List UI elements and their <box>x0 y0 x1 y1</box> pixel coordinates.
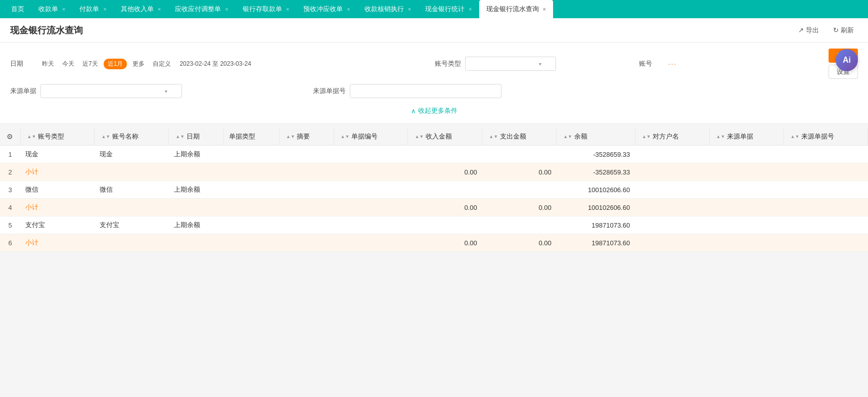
summary-cell <box>279 146 334 163</box>
collapse-bar[interactable]: ∧ 收起更多条件 <box>10 103 858 117</box>
nav-tab-payment[interactable]: 付款单 × <box>72 0 113 18</box>
date-range-display: 2023-02-24 至 2023-03-24 <box>179 60 251 68</box>
sort-icon[interactable]: ▲▼ <box>563 135 572 139</box>
summary-cell <box>279 181 334 199</box>
source-doc-no-cell <box>784 199 868 216</box>
row-number: 1 <box>0 146 20 163</box>
nav-home[interactable]: 首页 <box>4 0 31 18</box>
doc-type-cell <box>223 146 279 163</box>
account-type-cell: 小计 <box>20 234 95 252</box>
nav-tab-adjustment[interactable]: 应收应付调整单 × <box>168 0 235 18</box>
nav-tab-statistics[interactable]: 现金银行统计 × <box>418 0 479 18</box>
date-cell <box>169 199 224 216</box>
date-cell: 上期余额 <box>169 146 224 163</box>
doc-type-cell <box>223 234 279 252</box>
nav-tab-verify[interactable]: 收款核销执行 × <box>357 0 418 18</box>
balance-cell: 100102606.60 <box>557 181 635 199</box>
row-number: 2 <box>0 163 20 181</box>
sort-icon[interactable]: ▲▼ <box>175 135 185 139</box>
col-source-doc-no: ▲▼ 来源单据号 <box>784 128 868 146</box>
sort-icon[interactable]: ▲▼ <box>716 135 725 139</box>
date-opt-more[interactable]: 更多 <box>130 59 147 69</box>
sort-icon[interactable]: ▲▼ <box>489 135 498 139</box>
nav-tab-receipt[interactable]: 收款单 × <box>31 0 72 18</box>
col-expense: ▲▼ 支出金额 <box>482 128 557 146</box>
counterpart-cell <box>635 216 709 234</box>
account-name-cell <box>95 234 169 252</box>
close-icon[interactable]: × <box>543 6 546 12</box>
balance-cell: 19871073.60 <box>557 234 635 252</box>
col-account-name: ▲▼ 账号名称 <box>95 128 169 146</box>
row-number: 4 <box>0 199 20 216</box>
date-opt-custom[interactable]: 自定义 <box>150 59 173 69</box>
expense-cell: 0.00 <box>482 234 557 252</box>
counterpart-cell <box>635 199 709 216</box>
close-icon[interactable]: × <box>286 6 289 12</box>
source-doc-no-cell <box>784 181 868 199</box>
more-dots-button[interactable]: ··· <box>668 60 677 68</box>
source-doc-no-cell <box>784 146 868 163</box>
nav-tab-other-income[interactable]: 其他收入单 × <box>114 0 168 18</box>
table-row: 6小计0.000.0019871073.60 <box>0 234 868 252</box>
date-opt-1month[interactable]: 近1月 <box>104 59 127 69</box>
source-doc-no-cell <box>784 216 868 234</box>
source-doc-select[interactable]: ▾ <box>40 84 182 98</box>
close-icon[interactable]: × <box>347 6 350 12</box>
sort-icon[interactable]: ▲▼ <box>642 135 651 139</box>
close-icon[interactable]: × <box>158 6 161 12</box>
row-number: 6 <box>0 234 20 252</box>
summary-cell <box>279 163 334 181</box>
date-opt-today[interactable]: 今天 <box>60 59 77 69</box>
source-doc-no-cell <box>784 163 868 181</box>
date-opt-7days[interactable]: 近7天 <box>80 59 101 69</box>
col-doc-no: ▲▼ 单据编号 <box>334 128 408 146</box>
income-cell: 0.00 <box>408 234 482 252</box>
income-cell: 0.00 <box>408 163 482 181</box>
refresh-button[interactable]: ↻ 刷新 <box>829 24 858 37</box>
gear-icon[interactable]: ⚙ <box>7 133 13 141</box>
date-opt-yesterday[interactable]: 昨天 <box>39 59 57 69</box>
col-doc-type: 单据类型 <box>223 128 279 146</box>
account-name-cell: 支付宝 <box>95 216 169 234</box>
nav-tab-cashflow[interactable]: 现金银行流水查询 × <box>479 0 553 18</box>
table-row: 2小计0.000.00-3528659.33 <box>0 163 868 181</box>
doc-no-cell <box>334 181 408 199</box>
close-icon[interactable]: × <box>408 6 411 12</box>
chevron-down-icon: ▾ <box>539 61 541 67</box>
col-summary: ▲▼ 摘要 <box>279 128 334 146</box>
sort-icon[interactable]: ▲▼ <box>415 135 424 139</box>
col-source-doc: ▲▼ 来源单据 <box>709 128 784 146</box>
close-icon[interactable]: × <box>469 6 472 12</box>
account-type-select[interactable]: ▾ <box>465 57 556 71</box>
nav-tab-bank-deposit[interactable]: 银行存取款单 × <box>236 0 296 18</box>
nav-tab-prepay[interactable]: 预收冲应收单 × <box>296 0 357 18</box>
source-doc-cell <box>709 181 784 199</box>
account-type-label: 账号类型 <box>435 59 461 68</box>
close-icon[interactable]: × <box>103 6 106 12</box>
counterpart-cell <box>635 234 709 252</box>
sort-icon[interactable]: ▲▼ <box>101 135 110 139</box>
account-type-cell: 微信 <box>20 181 95 199</box>
table-row: 4小计0.000.00100102606.60 <box>0 199 868 216</box>
doc-type-cell <box>223 181 279 199</box>
source-doc-num-input[interactable] <box>350 84 501 98</box>
counterpart-cell <box>635 146 709 163</box>
sort-icon[interactable]: ▲▼ <box>790 135 799 139</box>
balance-cell: -3528659.33 <box>557 146 635 163</box>
doc-no-cell <box>334 146 408 163</box>
column-settings[interactable]: ⚙ <box>0 128 20 146</box>
close-icon[interactable]: × <box>62 6 65 12</box>
col-counterpart: ▲▼ 对方户名 <box>635 128 709 146</box>
account-name-cell: 微信 <box>95 181 169 199</box>
top-navigation: 首页 收款单 × 付款单 × 其他收入单 × 应收应付调整单 × 银行存取款单 … <box>0 0 868 18</box>
sort-icon[interactable]: ▲▼ <box>27 135 36 139</box>
close-icon[interactable]: × <box>225 6 228 12</box>
sort-icon[interactable]: ▲▼ <box>341 135 350 139</box>
sort-icon[interactable]: ▲▼ <box>286 135 295 139</box>
table-header-row: ⚙ ▲▼ 账号类型 ▲▼ 账号名称 ▲▼ 日期 单据类型 ▲ <box>0 128 868 146</box>
source-doc-no-cell <box>784 234 868 252</box>
source-doc-num-label: 来源单据号 <box>313 86 346 96</box>
export-button[interactable]: ↗ 导出 <box>794 24 823 37</box>
account-type-group: 账号类型 ▾ <box>435 57 618 71</box>
ai-assistant-button[interactable]: Ai <box>836 49 858 71</box>
